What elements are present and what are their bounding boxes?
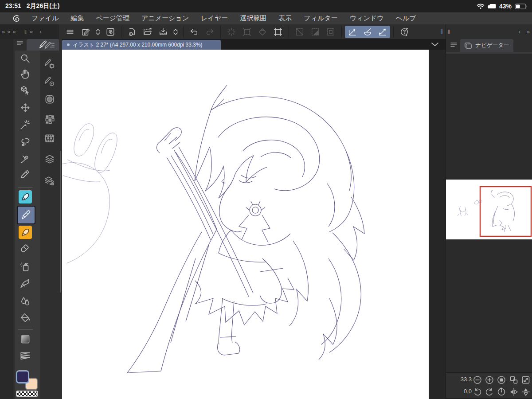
start-page-button[interactable] [103,26,118,38]
reset-rotation-button[interactable] [497,387,506,397]
magnifier-icon [20,53,31,64]
navigator-tab[interactable]: ナビゲーター [460,39,513,52]
panel-handle[interactable]: ‖ [448,28,450,35]
menu-help[interactable]: ヘルプ [395,14,416,23]
flip-vertical-button[interactable] [521,387,531,397]
menu-edit[interactable]: 編集 [70,14,84,23]
snap-to-ruler-button[interactable] [345,26,360,38]
help-button[interactable] [397,26,412,38]
tool-hand[interactable] [19,67,32,81]
collapse-dock-icon[interactable]: « [30,28,32,35]
shrink-selection-button[interactable] [323,26,338,38]
main-menu-button[interactable] [63,26,78,38]
tool-marker[interactable] [19,167,32,180]
snap-to-curve-button[interactable] [360,26,375,38]
collapse-panel-double-icon[interactable]: » [527,28,529,35]
menu-filter[interactable]: フィルター [304,14,337,23]
save-stepper[interactable] [171,26,180,38]
undo-button[interactable] [187,26,202,38]
menu-view[interactable]: 表示 [278,14,292,23]
menu-animation[interactable]: アニメーション [141,14,189,23]
clip-studio-logo[interactable] [12,14,21,23]
tool-figure[interactable] [19,349,32,362]
tool-palette-menu-icon[interactable] [16,40,23,48]
transform-frame-button[interactable] [270,26,286,38]
separator [393,26,394,38]
tool-zoom[interactable] [19,52,32,65]
tool-property-button[interactable] [78,26,93,38]
burst-button[interactable] [224,26,239,38]
subtool-film-strip[interactable] [43,132,56,145]
separator [183,26,184,38]
save-icon [158,27,168,37]
rotate-right-button[interactable] [485,387,494,397]
gradient-square-icon [20,333,31,345]
subtool-scrollbar[interactable] [60,151,61,293]
rotate-left-button[interactable] [473,387,482,397]
zoom-100-icon [497,376,506,384]
decoration-pen-icon [20,278,31,289]
tool-auto-select[interactable] [19,118,32,131]
clear-selection-button[interactable] [292,26,307,38]
expand-dock-icon[interactable]: » [7,28,9,35]
dock-handle[interactable]: ‖ [24,28,27,35]
tool-property-stepper[interactable] [94,26,102,38]
canvas[interactable] [62,50,429,399]
collapse-panel-icon[interactable]: › [518,28,520,35]
snap-to-special-ruler-button[interactable] [375,26,390,38]
zoom-in-button[interactable] [485,375,494,385]
foreground-color-swatch[interactable] [16,370,29,383]
fit-to-screen-button[interactable] [509,375,519,385]
menu-window[interactable]: ウィンドウ [350,14,384,23]
document-tab[interactable]: イラスト 2 27* (A4 297.00 x 210.00mm 600dpi … [62,40,221,50]
tool-gradient[interactable] [19,332,32,346]
tool-move-layer[interactable] [19,101,32,114]
collapse-dock-icon[interactable]: « [12,28,15,35]
subtool-circle-shape[interactable] [43,93,56,106]
tool-eraser[interactable] [19,241,32,254]
menu-file[interactable]: ファイル [31,14,59,23]
tool-eyedropper[interactable] [19,152,32,165]
dashed-rays-button[interactable] [239,26,254,38]
menu-layer[interactable]: レイヤー [201,14,228,23]
panel-menu-icon[interactable] [450,41,457,49]
expand-dock-icon[interactable]: » [2,28,4,35]
subtool-pattern-grid[interactable] [43,113,56,126]
fit-to-window-button[interactable] [521,375,531,385]
menu-selection[interactable]: 選択範囲 [240,14,266,23]
tool-pen-cyan[interactable] [19,190,32,203]
tool-decoration[interactable] [19,277,32,290]
open-file-button[interactable] [140,26,155,38]
subtool-layers[interactable] [43,153,56,166]
new-canvas-button[interactable] [125,26,140,38]
tool-lasso[interactable] [19,135,32,149]
subtool-pen-target[interactable] [43,75,56,88]
tab-dot-icon [67,43,70,46]
tool-operation[interactable] [19,83,32,97]
tool-fill[interactable] [19,311,32,325]
tool-blend[interactable] [19,295,32,308]
reset-rotation-icon [497,387,506,396]
tool-airbrush[interactable] [19,260,32,273]
tool-pen-orange[interactable] [19,226,32,239]
navigator-thumbnail[interactable] [446,180,532,239]
new-file-icon [127,27,137,37]
tabbar-collapse-button[interactable] [429,40,441,48]
subtool-pen-list[interactable] [43,39,56,52]
tool-pen-selected[interactable] [17,206,35,224]
zoom-100-button[interactable] [497,375,506,385]
subtool-pen-gear[interactable] [43,57,56,70]
menu-page-management[interactable]: ページ管理 [96,14,129,23]
diamond-button[interactable] [255,26,270,38]
transparent-color-swatch[interactable] [16,391,38,397]
save-button[interactable] [156,26,171,38]
zoom-out-button[interactable] [473,375,482,385]
subtool-layers-edit[interactable] [43,174,56,188]
flip-horizontal-button[interactable] [509,387,519,397]
redo-button[interactable] [202,26,217,38]
toolbar-handle[interactable]: ‖ [440,28,443,35]
rotation-value: 0.0 [457,388,472,395]
invert-selection-button[interactable] [308,26,323,38]
wifi-icon [477,3,485,9]
expand-icon[interactable]: › [39,28,41,35]
